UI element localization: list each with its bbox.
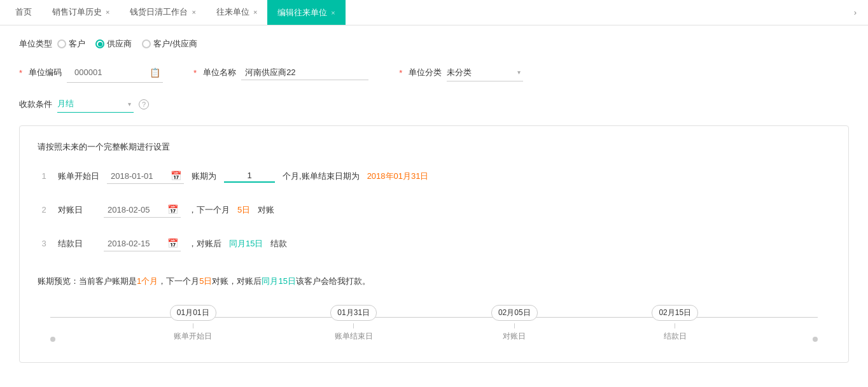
tab-home[interactable]: 首页 [5,0,42,25]
tab-more-button[interactable]: › [848,0,863,25]
radio-both[interactable]: 客户/供应商 [142,38,197,50]
timeline-label-1: 账单开始日 [174,331,212,342]
timeline-label-4: 结款日 [664,331,687,342]
radio-supplier-circle [95,39,104,48]
unit-info-row: * 单位编码 📋 * 单位名称 * 单位分类 未分类 ▾ [19,62,849,83]
preview-part3: 同月15日 [262,276,295,286]
timeline-tick-2 [353,323,354,328]
unit-category-required: * [399,68,402,78]
timeline-tick-3 [514,323,515,328]
unit-type-radio-group: 客户 供应商 客户/供应商 [57,38,197,50]
tab-partner-close[interactable]: × [253,8,257,16]
setting-row-2: 2 对账日 📅 ，下一个月 5日 对账 [38,202,830,218]
row-3-suffix2: 结款 [270,238,287,250]
timeline-label-2: 账单结束日 [335,331,373,342]
timeline-badge-1: 01月01日 [170,305,216,321]
row-1-date-input[interactable] [111,171,168,181]
payment-terms-chevron: ▾ [128,101,131,108]
preview-part1: 1个月 [137,276,158,286]
row-3-num: 3 [38,239,50,248]
tab-bar: 首页 销售订单历史 × 钱货日清工作台 × 往来单位 × 编辑往来单位 × › [0,0,868,25]
tab-edit-partner-close[interactable]: × [331,9,335,17]
timeline-node-3: 02月05日 对账日 [491,305,538,342]
settings-title: 请按照未来的一个完整帐期进行设置 [38,141,830,153]
timeline-wrapper: 01月01日 账单开始日 01月31日 账单结束日 [38,300,830,347]
timeline: 01月01日 账单开始日 01月31日 账单结束日 [50,305,818,342]
payment-terms-select[interactable]: 月结 ▾ [57,95,134,113]
timeline-node-2: 01月31日 账单结束日 [330,305,377,342]
row-2-label: 对账日 [58,204,96,216]
timeline-tick-1 [193,323,193,328]
settings-box: 请按照未来的一个完整帐期进行设置 1 账单开始日 📅 账期为 个月,账单结束日期… [19,125,849,363]
timeline-node-1: 01月01日 账单开始日 [170,305,216,342]
unit-type-label: 单位类型 [19,38,52,50]
preview-middle2: 对账，对账后 [212,276,262,286]
timeline-badge-2: 01月31日 [330,305,377,321]
tab-sales-order-history-close[interactable]: × [106,8,109,16]
preview-middle1: ，下一个月 [158,276,199,286]
timeline-end-dot-wrapper [813,337,818,342]
timeline-label-3: 对账日 [503,331,526,342]
radio-supplier[interactable]: 供应商 [95,38,132,50]
timeline-end-dot [813,337,818,342]
row-2-date-input[interactable] [108,205,165,215]
timeline-node-4: 02月15日 结款日 [652,305,698,342]
unit-category-chevron: ▾ [517,69,521,76]
row-1-period-input[interactable] [224,169,275,183]
payment-terms-value: 月结 [57,98,125,109]
unit-code-required: * [19,68,22,78]
row-2-calendar-icon[interactable]: 📅 [167,204,178,215]
preview-suffix: 该客户会给我打款。 [296,276,370,286]
preview-section: 账期预览：当前客户账期是1个月，下一个月5日对账，对账后同月15日该客户会给我打… [38,269,830,347]
payment-terms-help[interactable]: ? [139,99,149,109]
unit-code-label: 单位编码 [29,67,62,78]
timeline-start-dot-wrapper [50,337,55,342]
setting-row-1: 1 账单开始日 📅 账期为 个月,账单结束日期为 2018年01月31日 [38,168,830,184]
row-2-date-wrapper: 📅 [104,202,181,218]
unit-category-value: 未分类 [447,67,515,78]
unit-name-label: 单位名称 [203,67,236,78]
row-3-date-wrapper: 📅 [104,236,181,251]
preview-text: 账期预览：当前客户账期是1个月，下一个月5日对账，对账后同月15日该客户会给我打… [38,276,830,287]
tab-cash-work[interactable]: 钱货日清工作台 × [120,0,206,25]
row-3-highlight: 同月15日 [229,238,263,250]
tab-cash-work-close[interactable]: × [192,8,195,16]
unit-category-label: 单位分类 [409,67,442,78]
row-1-date-wrapper: 📅 [107,168,184,184]
row-2-suffix1: ，下一个月 [188,204,230,216]
tab-edit-partner[interactable]: 编辑往来单位 × [267,0,345,25]
unit-type-row: 单位类型 客户 供应商 客户/供应商 [19,38,849,50]
tab-partner[interactable]: 往来单位 × [206,0,267,25]
radio-customer[interactable]: 客户 [57,38,85,50]
unit-code-icon[interactable]: 📋 [150,67,160,78]
timeline-badge-3: 02月05日 [491,305,538,321]
payment-terms-row: 收款条件 月结 ▾ ? [19,95,849,113]
timeline-tick-4 [675,323,675,328]
row-1-calendar-icon[interactable]: 📅 [171,171,181,181]
chevron-right-icon: › [854,8,857,17]
row-3-label: 结款日 [58,238,96,250]
timeline-badge-4: 02月15日 [652,305,698,321]
row-2-highlight: 5日 [237,204,250,216]
row-1-period-unit: 个月,账单结束日期为 [283,171,360,182]
radio-both-circle [142,39,151,48]
unit-code-input[interactable] [71,65,147,80]
row-1-num: 1 [38,171,50,181]
row-3-suffix1: ，对账后 [188,238,221,250]
preview-part2: 5日 [199,276,212,286]
unit-name-required: * [193,68,197,78]
unit-name-input[interactable] [241,65,368,80]
row-3-calendar-icon[interactable]: 📅 [167,238,178,248]
setting-row-3: 3 结款日 📅 ，对账后 同月15日 结款 [38,236,830,251]
unit-category-select[interactable]: 未分类 ▾ [447,64,523,81]
unit-code-input-wrapper: 📋 [67,62,163,83]
timeline-start-dot [50,337,55,342]
main-content: 单位类型 客户 供应商 客户/供应商 * 单位编码 📋 * 单位名称 * [0,25,868,387]
payment-terms-label: 收款条件 [19,99,52,110]
row-2-suffix2: 对账 [258,204,274,216]
row-1-label: 账单开始日 [58,171,99,182]
row-1-period-label: 账期为 [192,171,216,182]
preview-prefix: 账期预览：当前客户账期是 [38,276,137,286]
row-3-date-input[interactable] [108,239,165,248]
tab-sales-order-history[interactable]: 销售订单历史 × [42,0,120,25]
